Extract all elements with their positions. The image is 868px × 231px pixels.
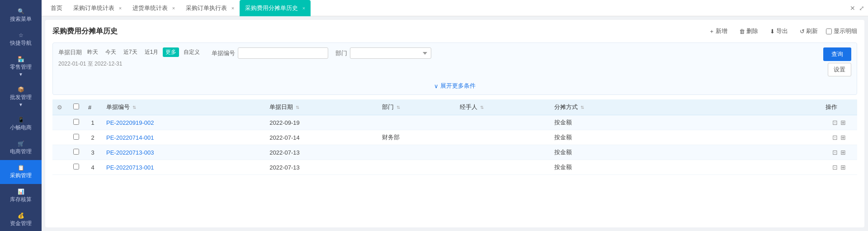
edit-icon[interactable]: ⊞: [840, 149, 846, 156]
sidebar-item-purchase[interactable]: 📋 采购管理: [0, 160, 42, 184]
view-icon[interactable]: ⊡: [832, 149, 838, 156]
query-button[interactable]: 查询: [823, 47, 851, 61]
sidebar-item-miniapp[interactable]: 📱 小畅电商: [0, 112, 42, 136]
row-check: [69, 130, 84, 145]
delete-button[interactable]: 🗑 删除: [736, 25, 762, 37]
view-icon[interactable]: ⊡: [832, 134, 838, 141]
date-7days-btn[interactable]: 近7天: [121, 47, 140, 57]
date-yesterday-btn[interactable]: 昨天: [85, 47, 101, 57]
tab-label: 采购订单统计表: [73, 5, 114, 11]
add-button[interactable]: + 新增: [706, 25, 731, 37]
row-doc-no: PE-20220713-003: [102, 145, 265, 160]
tab-label: 采购订单执行表: [186, 5, 227, 11]
sidebar-item-label: 快捷导航: [2, 39, 40, 47]
tab-home-label: 首页: [51, 5, 62, 11]
export-label: 导出: [776, 27, 788, 35]
row-no: 2: [84, 130, 102, 145]
date-more-btn[interactable]: 更多: [163, 47, 179, 57]
retail-icon: 🏪: [2, 56, 40, 62]
tab-home[interactable]: 首页: [45, 0, 68, 16]
sort-icon[interactable]: ⇅: [132, 105, 136, 110]
sort-icon[interactable]: ⇅: [580, 105, 584, 110]
table-settings-icon[interactable]: ⚙: [57, 104, 62, 111]
chevron-down-icon: ∨: [434, 83, 439, 90]
doc-no-link[interactable]: PE-20220713-001: [106, 164, 154, 171]
refresh-button[interactable]: ↺ 刷新: [796, 25, 821, 37]
sidebar-item-finance[interactable]: 💰 资金管理: [0, 208, 42, 231]
expand-more-btn[interactable]: ∨ 展开更多条件: [434, 82, 476, 90]
row-settings: [52, 160, 69, 175]
select-all-checkbox[interactable]: [73, 104, 79, 109]
add-icon: +: [710, 28, 713, 35]
tab-close-icon[interactable]: ×: [231, 5, 234, 11]
date-custom-btn[interactable]: 自定义: [181, 47, 203, 57]
row-no: 1: [84, 115, 102, 130]
edit-icon[interactable]: ⊞: [840, 119, 846, 126]
sidebar-item-ecommerce[interactable]: 🛒 电商管理: [0, 136, 42, 160]
col-dept-label: 部门: [382, 104, 394, 110]
tab-close-icon[interactable]: ×: [302, 5, 305, 11]
page-title: 采购费用分摊单历史: [52, 27, 118, 36]
row-dept: [377, 145, 455, 160]
row-dept: [377, 115, 455, 130]
row-checkbox[interactable]: [73, 164, 79, 170]
doc-no-link[interactable]: PE-20220714-001: [106, 134, 154, 141]
view-icon[interactable]: ⊡: [832, 164, 838, 171]
row-check: [69, 145, 84, 160]
row-checkbox[interactable]: [73, 134, 79, 140]
sidebar-item-wholesale[interactable]: 📦 批发管理 ▼: [0, 82, 42, 112]
tab-purchase-order-exec[interactable]: 采购订单执行表 ×: [180, 0, 240, 16]
date-range-display: 2022-01-01 至 2022-12-31: [58, 60, 203, 68]
col-handler-label: 经手人: [460, 104, 477, 110]
sidebar-item-label: 零售管理: [2, 63, 40, 71]
show-detail-input[interactable]: [826, 28, 832, 34]
export-button[interactable]: ⬇ 导出: [766, 25, 792, 37]
sidebar-item-label: 小畅电商: [2, 124, 40, 132]
tab-purchase-order-stats[interactable]: 采购订单统计表 ×: [68, 0, 127, 16]
tab-label: 进货单统计表: [132, 5, 168, 11]
date-1month-btn[interactable]: 近1月: [142, 47, 161, 57]
col-no: #: [84, 99, 102, 115]
sidebar-item-retail[interactable]: 🏪 零售管理 ▼: [0, 52, 42, 82]
tab-bar: 首页 采购订单统计表 × 进货单统计表 × 采购订单执行表 × 采购费用分摊单历…: [42, 0, 868, 16]
table-row: 4 PE-20220713-001 2022-07-13 按金额 ⊡ ⊞: [52, 160, 857, 175]
tab-purchase-fee-history[interactable]: 采购费用分摊单历史 ×: [240, 0, 311, 16]
toolbar: + 新增 🗑 删除 ⬇ 导出 ↺ 刷新 显示明细: [706, 25, 857, 37]
sidebar-item-quicknav[interactable]: ☆ 快捷导航: [0, 28, 42, 52]
filter-settings-button[interactable]: 设置: [828, 63, 851, 76]
close-tab-icon[interactable]: ✕: [850, 5, 855, 12]
filter-date-section: 单据日期 昨天 今天 近7天 近1月 更多 自定义 2022-01-01 至 2…: [58, 47, 203, 68]
col-dept: 部门 ⇅: [377, 99, 455, 115]
row-action: ⊡ ⊞: [821, 130, 857, 145]
tab-close-icon[interactable]: ×: [119, 5, 122, 11]
table-header-row: ⚙ # 单据编号 ⇅ 单据日期 ⇅ 部门: [52, 99, 857, 115]
table-row: 1 PE-20220919-002 2022-09-19 按金额 ⊡ ⊞: [52, 115, 857, 130]
doc-no-link[interactable]: PE-20220713-003: [106, 149, 154, 156]
docno-input[interactable]: [238, 47, 328, 59]
show-detail-checkbox[interactable]: 显示明细: [826, 27, 857, 35]
sidebar-item-search[interactable]: 🔍 搜索菜单: [0, 4, 42, 28]
row-dept: [377, 160, 455, 175]
row-split-method: 按金额: [550, 115, 821, 130]
row-handler: [455, 160, 550, 175]
edit-icon[interactable]: ⊞: [840, 134, 846, 141]
sidebar-item-inventory[interactable]: 📊 库存核算: [0, 184, 42, 208]
maximize-icon[interactable]: ⤢: [859, 5, 864, 12]
filter-right-section: 查询 设置: [823, 47, 851, 76]
tab-inbound-stats[interactable]: 进货单统计表 ×: [127, 0, 180, 16]
edit-icon[interactable]: ⊞: [840, 164, 846, 171]
view-icon[interactable]: ⊡: [832, 119, 838, 126]
sort-icon[interactable]: ⇅: [396, 105, 400, 110]
doc-no-link[interactable]: PE-20220919-002: [106, 119, 154, 126]
sort-icon[interactable]: ⇅: [296, 105, 299, 110]
ecommerce-icon: 🛒: [2, 141, 40, 147]
sort-icon[interactable]: ⇅: [480, 105, 484, 110]
tab-close-icon[interactable]: ×: [172, 5, 175, 11]
date-today-btn[interactable]: 今天: [103, 47, 119, 57]
miniapp-icon: 📱: [2, 117, 40, 123]
row-checkbox[interactable]: [73, 149, 79, 155]
row-settings: [52, 145, 69, 160]
dept-select[interactable]: 财务部: [350, 47, 431, 59]
row-doc-no: PE-20220919-002: [102, 115, 265, 130]
row-checkbox[interactable]: [73, 119, 79, 125]
